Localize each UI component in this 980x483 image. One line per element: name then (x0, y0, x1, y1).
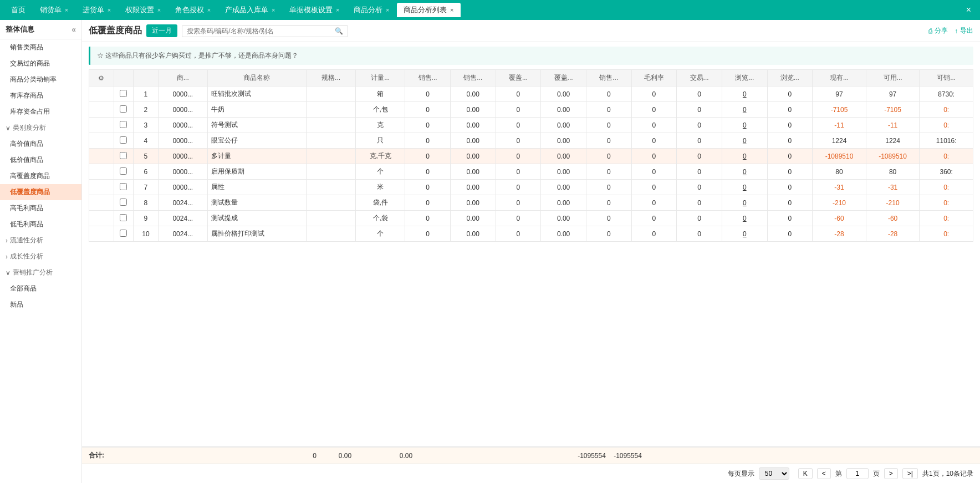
row-checkbox[interactable] (120, 105, 127, 113)
col-spec[interactable]: 规格... (307, 70, 356, 87)
col-sales-amount[interactable]: 销售... (450, 70, 496, 87)
sidebar-item-sales-goods[interactable]: 销售类商品 (0, 39, 81, 55)
nav-roles-close[interactable]: × (207, 7, 211, 13)
col-current[interactable]: 现有... (813, 70, 866, 87)
col-browse2[interactable]: 浏览... (767, 70, 813, 87)
cell-checkbox[interactable] (114, 211, 134, 226)
prev-page-btn[interactable]: < (817, 468, 831, 479)
cell-browse1[interactable]: 0 (722, 102, 767, 118)
nav-analysis-list[interactable]: 商品分析列表 × (397, 3, 460, 17)
nav-products-close[interactable]: × (272, 7, 275, 13)
nav-analysis[interactable]: 商品分析 × (347, 3, 396, 17)
col-sales3[interactable]: 销售... (586, 70, 631, 87)
nav-purchase[interactable]: 进货单 × (76, 3, 118, 17)
cell-checkbox[interactable] (114, 149, 134, 164)
page-input[interactable] (846, 468, 869, 479)
sidebar-item-high-coverage[interactable]: 高覆盖度商品 (0, 168, 81, 184)
sidebar-item-high-margin[interactable]: 高毛利商品 (0, 200, 81, 216)
sidebar-item-low-coverage[interactable]: 低覆盖度商品 (0, 184, 81, 200)
nav-templates-close[interactable]: × (336, 7, 339, 13)
sidebar-collapse-btn[interactable]: « (72, 25, 76, 34)
col-code[interactable]: 商... (158, 70, 207, 87)
last-page-btn[interactable]: >| (902, 468, 918, 479)
nav-sales[interactable]: 销货单 × (33, 3, 75, 17)
sidebar-section-growth[interactable]: › 成长性分析 (0, 248, 81, 265)
sidebar-item-stocked-goods[interactable]: 有库存商品 (0, 88, 81, 104)
nav-home[interactable]: 首页 (4, 3, 32, 17)
col-gross[interactable]: 毛利率 (631, 70, 677, 87)
period-button[interactable]: 近一月 (146, 24, 177, 37)
sidebar-item-traded-goods[interactable]: 交易过的商品 (0, 55, 81, 72)
page-size-select[interactable]: 50 10 20 100 (759, 467, 789, 480)
sidebar-section-marketing[interactable]: ∨ 营销推广分析 (0, 265, 81, 281)
cell-browse1[interactable]: 0 (722, 180, 767, 195)
cell-checkbox[interactable] (114, 195, 134, 211)
cell-browse1[interactable]: 0 (722, 133, 767, 149)
cell-checkbox[interactable] (114, 164, 134, 180)
cell-trade: 0 (677, 133, 722, 149)
sidebar-item-low-margin[interactable]: 低毛利商品 (0, 216, 81, 232)
table-container[interactable]: ⚙ 商... 商品名称 规格... 计量... 销售... 销售... 覆盖..… (82, 69, 980, 446)
col-name[interactable]: 商品名称 (207, 70, 306, 87)
sidebar-item-new-goods[interactable]: 新品 (0, 297, 81, 313)
pagination-bar: 每页显示 50 10 20 100 K < 第 页 > >| 共1页，10条记录 (82, 464, 980, 483)
cell-browse1[interactable]: 0 (722, 87, 767, 102)
col-browse1[interactable]: 浏览... (722, 70, 767, 87)
nav-products[interactable]: 产成品入库单 × (218, 3, 282, 17)
nav-analysis-list-close[interactable]: × (450, 7, 453, 13)
cell-browse1[interactable]: 0 (722, 195, 767, 211)
row-checkbox[interactable] (120, 230, 127, 237)
export-button[interactable]: ↑ 导出 (955, 26, 973, 35)
search-input[interactable] (187, 27, 333, 35)
cell-browse1[interactable]: 0 (722, 118, 767, 133)
col-settings[interactable]: ⚙ (89, 70, 114, 87)
sidebar-section-liquidity[interactable]: › 流通性分析 (0, 232, 81, 248)
col-saleable[interactable]: 可销... (920, 70, 973, 87)
nav-permissions-close[interactable]: × (157, 7, 161, 13)
row-checkbox[interactable] (120, 90, 127, 97)
col-sales-count[interactable]: 销售... (405, 70, 451, 87)
cell-checkbox[interactable] (114, 118, 134, 133)
cell-browse1[interactable]: 0 (722, 211, 767, 226)
share-button[interactable]: ⎙ 分享 (928, 26, 948, 35)
cell-browse1[interactable]: 0 (722, 226, 767, 242)
table-row: 4 0000... 眼宝公仔 只 0 0.00 0 0.00 0 0 0 0 0… (89, 133, 973, 149)
col-cover2[interactable]: 覆盖... (541, 70, 586, 87)
nav-roles[interactable]: 角色授权 × (169, 3, 217, 17)
settings-icon[interactable]: ⚙ (98, 74, 104, 82)
row-checkbox[interactable] (120, 167, 127, 175)
sidebar-item-all-goods[interactable]: 全部商品 (0, 281, 81, 297)
sidebar-item-category-rate[interactable]: 商品分类动销率 (0, 72, 81, 88)
nav-purchase-close[interactable]: × (108, 7, 111, 13)
row-checkbox[interactable] (120, 183, 127, 190)
nav-analysis-close[interactable]: × (386, 7, 389, 13)
cell-browse1[interactable]: 0 (722, 149, 767, 164)
sidebar-item-high-value[interactable]: 高价值商品 (0, 136, 81, 152)
col-cover1[interactable]: 覆盖... (496, 70, 541, 87)
cell-checkbox[interactable] (114, 180, 134, 195)
nav-sales-close[interactable]: × (65, 7, 68, 13)
col-available[interactable]: 可用... (866, 70, 920, 87)
sidebar-section-category[interactable]: ∨ 类别度分析 (0, 120, 81, 136)
col-unit[interactable]: 计量... (356, 70, 405, 87)
first-page-btn[interactable]: K (798, 468, 813, 479)
row-checkbox[interactable] (120, 136, 127, 144)
row-checkbox[interactable] (120, 214, 127, 221)
cell-checkbox[interactable] (114, 87, 134, 102)
cell-browse1[interactable]: 0 (722, 164, 767, 180)
row-checkbox[interactable] (120, 121, 127, 128)
nav-close-all-btn[interactable]: × (962, 5, 976, 15)
cell-checkbox[interactable] (114, 102, 134, 118)
next-page-btn[interactable]: > (884, 468, 898, 479)
cell-checkbox[interactable] (114, 133, 134, 149)
nav-templates[interactable]: 单据模板设置 × (283, 3, 346, 17)
cell-checkbox[interactable] (114, 226, 134, 242)
col-trade[interactable]: 交易... (677, 70, 722, 87)
row-checkbox[interactable] (120, 152, 127, 159)
search-icon[interactable]: 🔍 (335, 27, 343, 35)
row-checkbox[interactable] (120, 199, 127, 206)
cell-sales-count: 0 (405, 133, 451, 149)
sidebar-item-inventory-capital[interactable]: 库存资金占用 (0, 104, 81, 120)
nav-permissions[interactable]: 权限设置 × (119, 3, 167, 17)
sidebar-item-low-value[interactable]: 低价值商品 (0, 152, 81, 168)
